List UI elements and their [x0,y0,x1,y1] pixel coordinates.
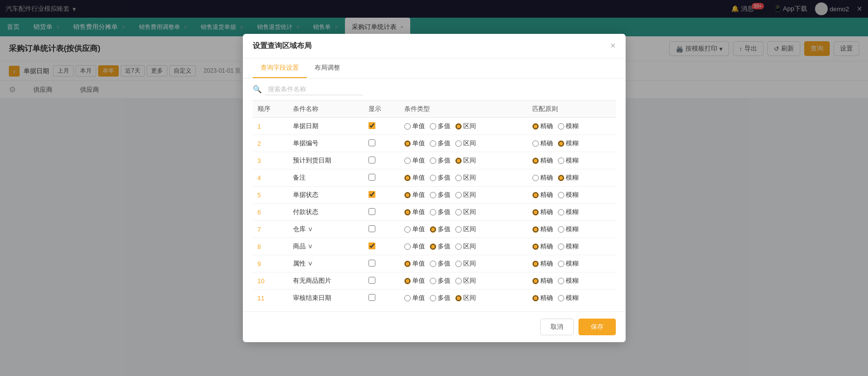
radio-match-10-精确[interactable] [532,295,539,301]
row-match-1: 精确模糊 [527,135,616,152]
table-row: 6付款状态单值多值区间精确模糊 [253,204,616,221]
row-match-3: 精确模糊 [527,169,616,187]
radio-match-4-精确[interactable] [532,192,539,198]
row-check-7[interactable] [364,238,399,255]
radio-match-3-精确[interactable] [532,175,539,181]
dialog-title: 设置查询区域布局 [253,41,312,51]
radio-type-7-多值[interactable] [430,243,436,250]
radio-match-6-精确[interactable] [532,226,539,233]
radio-match-6-模糊[interactable] [558,226,564,233]
radio-type-3-单值[interactable] [404,175,411,181]
radio-type-7-单值[interactable] [404,243,411,250]
radio-match-10-模糊[interactable] [558,295,564,301]
checkbox-10[interactable] [368,294,375,301]
radio-type-9-区间[interactable] [455,278,462,284]
radio-match-1-模糊[interactable] [558,140,564,147]
th-order: 顺序 [253,101,288,118]
tab-layout-adjust[interactable]: 布局调整 [307,58,348,78]
row-type-4: 单值多值区间 [399,187,527,204]
row-match-6: 精确模糊 [527,221,616,238]
checkbox-9[interactable] [368,277,375,284]
radio-type-0-单值[interactable] [404,123,411,130]
radio-match-9-模糊[interactable] [558,278,564,284]
radio-type-9-多值[interactable] [430,278,436,284]
radio-type-0-区间[interactable] [455,123,462,130]
radio-match-7-模糊[interactable] [558,243,564,250]
radio-type-4-多值[interactable] [430,192,436,198]
row-check-9[interactable] [364,272,399,290]
radio-type-8-单值[interactable] [404,261,411,267]
radio-match-8-精确[interactable] [532,261,539,267]
table-row: 3预计到货日期单值多值区间精确模糊 [253,152,616,169]
checkbox-3[interactable] [368,174,375,181]
row-check-8[interactable] [364,255,399,272]
th-type: 条件类型 [399,101,527,118]
radio-type-5-多值[interactable] [430,209,436,215]
row-match-2: 精确模糊 [527,152,616,169]
radio-type-6-多值[interactable] [430,226,436,233]
dialog-search-area: 🔍 [243,79,626,100]
cancel-button[interactable]: 取消 [540,319,574,335]
radio-type-5-区间[interactable] [455,209,462,215]
radio-type-6-单值[interactable] [404,226,411,233]
radio-type-5-单值[interactable] [404,209,411,215]
radio-match-5-精确[interactable] [532,209,539,215]
radio-match-2-模糊[interactable] [558,158,564,164]
radio-type-0-多值[interactable] [430,123,436,130]
radio-match-0-模糊[interactable] [558,123,564,130]
row-name-7: 商品 ∨ [288,238,364,255]
row-check-0[interactable] [364,118,399,135]
row-check-6[interactable] [364,221,399,238]
radio-type-4-单值[interactable] [404,192,411,198]
tab-query-fields[interactable]: 查询字段设置 [253,58,307,78]
search-input[interactable] [265,83,363,95]
radio-type-6-区间[interactable] [455,226,462,233]
radio-type-8-区间[interactable] [455,261,462,267]
row-match-10: 精确模糊 [527,290,616,307]
checkbox-8[interactable] [368,260,375,267]
radio-type-8-多值[interactable] [430,261,436,267]
dialog-close-button[interactable]: × [610,41,616,51]
radio-type-1-单值[interactable] [404,140,411,147]
checkbox-7[interactable] [368,242,375,249]
radio-type-2-多值[interactable] [430,158,436,164]
save-button[interactable]: 保存 [579,319,616,335]
radio-type-1-多值[interactable] [430,140,436,147]
row-order-2: 3 [253,152,288,169]
row-check-1[interactable] [364,135,399,152]
radio-type-3-区间[interactable] [455,175,462,181]
radio-type-4-区间[interactable] [455,192,462,198]
row-name-1: 单据编号 [288,135,364,152]
radio-type-2-单值[interactable] [404,158,411,164]
radio-type-10-区间[interactable] [455,295,462,301]
row-type-5: 单值多值区间 [399,204,527,221]
radio-match-0-精确[interactable] [532,123,539,130]
radio-match-7-精确[interactable] [532,243,539,250]
radio-match-5-模糊[interactable] [558,209,564,215]
radio-match-9-精确[interactable] [532,278,539,284]
checkbox-1[interactable] [368,139,375,146]
row-check-5[interactable] [364,204,399,221]
radio-match-1-精确[interactable] [532,140,539,147]
radio-type-10-单值[interactable] [404,295,411,301]
radio-match-3-模糊[interactable] [558,175,564,181]
radio-type-3-多值[interactable] [430,175,436,181]
row-check-4[interactable] [364,187,399,204]
radio-match-8-模糊[interactable] [558,261,564,267]
radio-type-2-区间[interactable] [455,158,462,164]
radio-type-1-区间[interactable] [455,140,462,147]
checkbox-6[interactable] [368,225,375,232]
radio-type-7-区间[interactable] [455,243,462,250]
radio-match-4-模糊[interactable] [558,192,564,198]
checkbox-2[interactable] [368,157,375,163]
row-check-2[interactable] [364,152,399,169]
checkbox-4[interactable] [368,191,375,198]
radio-type-9-单值[interactable] [404,278,411,284]
row-name-3: 备注 [288,169,364,187]
row-check-10[interactable] [364,290,399,307]
radio-match-2-精确[interactable] [532,158,539,164]
checkbox-0[interactable] [368,122,375,129]
row-check-3[interactable] [364,169,399,187]
radio-type-10-多值[interactable] [430,295,436,301]
checkbox-5[interactable] [368,208,375,215]
